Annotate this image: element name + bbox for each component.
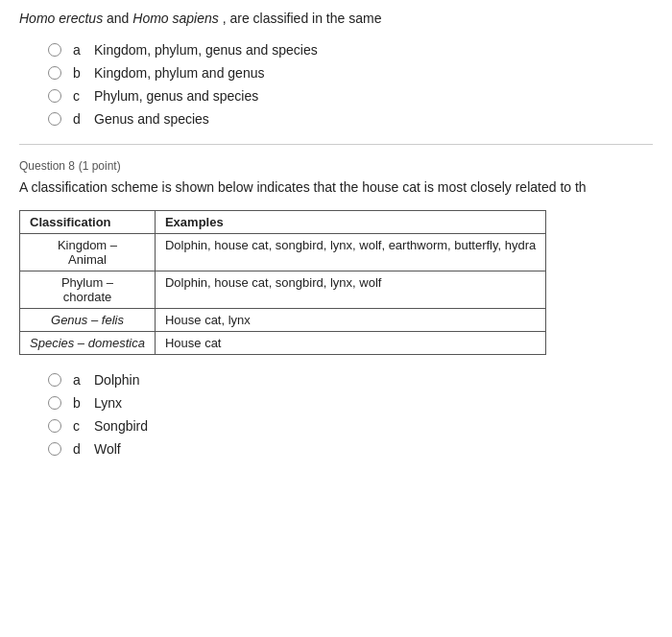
phylum-col2: Dolphin, house cat, songbird, lynx, wolf	[155, 271, 545, 309]
q8-letter-b: b	[73, 395, 83, 411]
q7-text-c: Phylum, genus and species	[94, 88, 258, 104]
genus-label: Genus –	[51, 313, 102, 327]
q7-question-text: Homo erectus and Homo sapiens , are clas…	[19, 10, 653, 29]
page-container: Homo erectus and Homo sapiens , are clas…	[0, 0, 672, 637]
q8-options-list: a Dolphin b Lynx c Songbird d Wolf	[48, 372, 653, 457]
q7-radio-a[interactable]	[48, 43, 61, 57]
q7-homo-erectus: Homo erectus	[19, 11, 103, 26]
q8-radio-c[interactable]	[48, 419, 61, 433]
q7-homo-sapiens: Homo sapiens	[132, 11, 219, 26]
q8-option-c: c Songbird	[48, 418, 653, 434]
q7-letter-c: c	[73, 88, 83, 104]
species-label: Species –	[30, 336, 88, 350]
species-domestica: domestica	[88, 336, 145, 350]
genus-col2: House cat, lynx	[155, 309, 545, 332]
q8-option-b: b Lynx	[48, 395, 653, 411]
q8-letter-c: c	[73, 418, 83, 434]
q7-text-end: , are classified in the same	[223, 11, 382, 26]
q8-text-b: Lynx	[94, 395, 122, 411]
q7-radio-d[interactable]	[48, 112, 61, 126]
classification-table: Classification Examples Kingdom – Animal…	[19, 210, 546, 355]
kingdom-label: Kingdom –	[58, 238, 117, 252]
q7-letter-a: a	[73, 42, 83, 58]
q8-question-text: A classification scheme is shown below i…	[19, 178, 653, 198]
kingdom-col2: Dolphin, house cat, songbird, lynx, wolf…	[155, 234, 545, 271]
species-col2: House cat	[155, 332, 545, 355]
q7-letter-b: b	[73, 65, 83, 81]
q8-title: Question 8	[19, 159, 75, 173]
q7-option-b: b Kingdom, phylum and genus	[48, 65, 653, 81]
table-row-genus: Genus – felis House cat, lynx	[20, 309, 546, 332]
q8-header: Question 8 (1 point)	[19, 158, 653, 173]
q8-text-c: Songbird	[94, 418, 148, 434]
phylum-col1: Phylum – chordate	[20, 271, 156, 309]
phylum-label: Phylum –	[61, 275, 113, 290]
table-row-species: Species – domestica House cat	[20, 332, 546, 355]
table-row-phylum: Phylum – chordate Dolphin, house cat, so…	[20, 271, 546, 309]
q8-letter-a: a	[73, 372, 83, 388]
q7-text-d: Genus and species	[94, 111, 209, 127]
kingdom-col1: Kingdom – Animal	[20, 234, 156, 271]
table-row-kingdom: Kingdom – Animal Dolphin, house cat, son…	[20, 234, 546, 271]
q8-radio-a[interactable]	[48, 373, 61, 387]
genus-col1: Genus – felis	[20, 309, 156, 332]
q8-text-a: Dolphin	[94, 372, 139, 388]
q7-and: and	[107, 11, 132, 26]
q8-radio-d[interactable]	[48, 442, 61, 456]
q8-points: (1 point)	[79, 159, 121, 173]
q7-text-a: Kingdom, phylum, genus and species	[94, 42, 318, 58]
q8-letter-d: d	[73, 441, 83, 457]
q7-options-list: a Kingdom, phylum, genus and species b K…	[48, 42, 653, 127]
q8-radio-b[interactable]	[48, 396, 61, 410]
q7-option-d: d Genus and species	[48, 111, 653, 127]
q7-option-a: a Kingdom, phylum, genus and species	[48, 42, 653, 58]
q7-radio-c[interactable]	[48, 89, 61, 103]
species-col1: Species – domestica	[20, 332, 156, 355]
section-divider	[19, 144, 653, 145]
q8-text-d: Wolf	[94, 441, 121, 457]
chordate-label: chordate	[63, 290, 112, 304]
q7-letter-d: d	[73, 111, 83, 127]
genus-felis: felis	[102, 313, 124, 327]
col2-header: Examples	[155, 211, 545, 234]
q8-option-d: d Wolf	[48, 441, 653, 457]
table-header-row: Classification Examples	[20, 211, 546, 234]
animal-label: Animal	[68, 252, 107, 267]
q7-text-b: Kingdom, phylum and genus	[94, 65, 264, 81]
col1-header: Classification	[20, 211, 156, 234]
q7-option-c: c Phylum, genus and species	[48, 88, 653, 104]
q8-option-a: a Dolphin	[48, 372, 653, 388]
q7-radio-b[interactable]	[48, 66, 61, 80]
